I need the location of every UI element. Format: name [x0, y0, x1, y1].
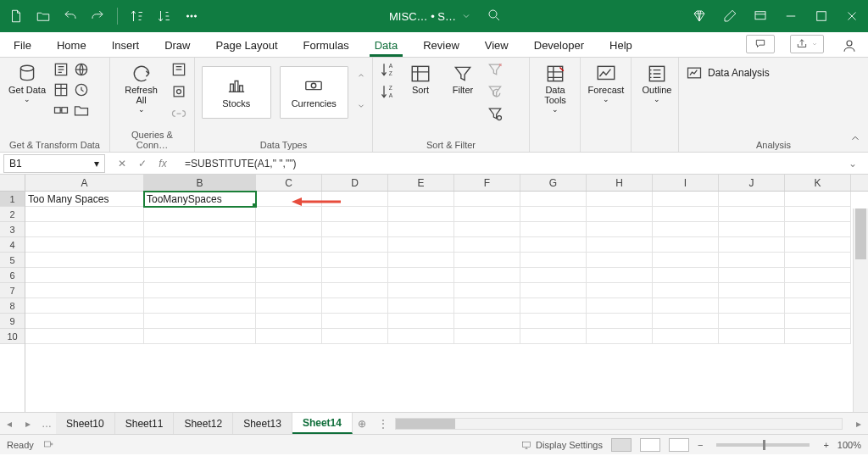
cell-J1[interactable] [719, 192, 785, 207]
cell-A1[interactable]: Too Many Spaces [25, 192, 144, 207]
cell-J7[interactable] [719, 283, 785, 298]
cell-D6[interactable] [322, 268, 388, 283]
column-header-J[interactable]: J [719, 175, 785, 191]
vertical-scrollbar[interactable] [853, 208, 868, 412]
sort-desc-icon[interactable] [153, 5, 175, 27]
data-tools-button[interactable]: Data Tools ⌄ [537, 61, 574, 115]
macro-record-icon[interactable] [42, 439, 54, 451]
cell-J6[interactable] [719, 268, 785, 283]
cell-D4[interactable] [322, 237, 388, 253]
cell-I4[interactable] [653, 237, 719, 253]
zoom-out-button[interactable]: − [698, 440, 703, 450]
cancel-formula-icon[interactable]: ✕ [114, 156, 131, 171]
cell-J9[interactable] [719, 314, 785, 329]
redo-icon[interactable] [86, 5, 108, 27]
get-data-button[interactable]: Get Data ⌄ [7, 61, 47, 105]
cell-G6[interactable] [520, 268, 587, 283]
page-layout-view-button[interactable] [640, 438, 660, 452]
column-header-A[interactable]: A [25, 175, 144, 191]
undo-icon[interactable] [59, 5, 81, 27]
cell-F1[interactable] [454, 192, 520, 207]
minimize-icon[interactable] [780, 5, 802, 27]
name-box[interactable]: B1 ▾ [3, 154, 105, 173]
cell-D8[interactable] [322, 298, 388, 314]
cell-F6[interactable] [454, 268, 520, 283]
cell-B6[interactable] [144, 268, 256, 283]
refresh-all-button[interactable]: Refresh All ⌄ [117, 61, 165, 115]
new-sheet-button[interactable]: ⊕ [353, 418, 371, 430]
column-header-H[interactable]: H [587, 175, 653, 191]
cell-B5[interactable] [144, 253, 256, 268]
cell-K9[interactable] [785, 314, 851, 329]
expand-formula-icon[interactable]: ⌄ [844, 156, 861, 171]
cell-G3[interactable] [520, 222, 587, 237]
cell-A2[interactable] [25, 207, 144, 222]
cell-F5[interactable] [454, 253, 520, 268]
cell-I9[interactable] [653, 314, 719, 329]
cell-I3[interactable] [653, 222, 719, 237]
sheet-tab-Sheet14[interactable]: Sheet14 [292, 413, 353, 434]
cell-I2[interactable] [653, 207, 719, 222]
cell-G5[interactable] [520, 253, 587, 268]
cell-G1[interactable] [520, 192, 587, 207]
tab-file[interactable]: File [8, 36, 36, 57]
cell-C10[interactable] [256, 329, 322, 344]
sheet-nav-next[interactable]: ▸ [19, 418, 37, 430]
sort-a-z-icon[interactable]: AZ [380, 61, 397, 78]
cell-C5[interactable] [256, 253, 322, 268]
formula-input[interactable]: =SUBSTITUTE(A1," ","") [180, 158, 844, 170]
diamond-icon[interactable] [688, 5, 710, 27]
close-icon[interactable] [841, 5, 863, 27]
cell-F10[interactable] [454, 329, 520, 344]
row-header-7[interactable]: 7 [0, 283, 25, 298]
cell-E7[interactable] [388, 283, 454, 298]
document-title[interactable]: MISC… • S… [389, 10, 471, 23]
row-header-5[interactable]: 5 [0, 253, 25, 268]
page-break-view-button[interactable] [669, 438, 689, 452]
column-header-D[interactable]: D [322, 175, 388, 191]
cell-H8[interactable] [587, 298, 653, 314]
maximize-icon[interactable] [810, 5, 832, 27]
cell-D2[interactable] [322, 207, 388, 222]
cell-J4[interactable] [719, 237, 785, 253]
filter-button[interactable]: Filter [444, 61, 481, 97]
cell-B8[interactable] [144, 298, 256, 314]
cell-B9[interactable] [144, 314, 256, 329]
cell-G4[interactable] [520, 237, 587, 253]
tab-data[interactable]: Data [370, 36, 403, 57]
eraser-icon[interactable] [719, 5, 741, 27]
cell-E9[interactable] [388, 314, 454, 329]
cell-B7[interactable] [144, 283, 256, 298]
column-header-I[interactable]: I [653, 175, 719, 191]
sheet-nav-prev[interactable]: ◂ [0, 418, 19, 430]
row-header-1[interactable]: 1 [0, 192, 25, 207]
cell-B4[interactable] [144, 237, 256, 253]
cell-E8[interactable] [388, 298, 454, 314]
existing-conn-icon[interactable] [53, 102, 70, 119]
currencies-button[interactable]: Currencies [280, 66, 349, 119]
advanced-filter-icon[interactable] [487, 105, 504, 122]
cell-K3[interactable] [785, 222, 851, 237]
column-header-K[interactable]: K [785, 175, 851, 191]
cell-I7[interactable] [653, 283, 719, 298]
tab-view[interactable]: View [480, 36, 514, 57]
cell-J5[interactable] [719, 253, 785, 268]
open-file-icon[interactable] [32, 5, 54, 27]
column-header-G[interactable]: G [520, 175, 587, 191]
cell-H4[interactable] [587, 237, 653, 253]
comments-button[interactable] [746, 35, 775, 53]
cell-G7[interactable] [520, 283, 587, 298]
cell-F3[interactable] [454, 222, 520, 237]
sort-button[interactable]: Sort [402, 61, 439, 97]
cell-G10[interactable] [520, 329, 587, 344]
cell-G2[interactable] [520, 207, 587, 222]
cell-J10[interactable] [719, 329, 785, 344]
new-file-icon[interactable] [5, 5, 27, 27]
cell-H7[interactable] [587, 283, 653, 298]
cell-I10[interactable] [653, 329, 719, 344]
row-header-4[interactable]: 4 [0, 237, 25, 253]
cell-C7[interactable] [256, 283, 322, 298]
cell-A10[interactable] [25, 329, 144, 344]
cell-D9[interactable] [322, 314, 388, 329]
data-analysis-button[interactable]: Data Analysis [686, 64, 770, 81]
